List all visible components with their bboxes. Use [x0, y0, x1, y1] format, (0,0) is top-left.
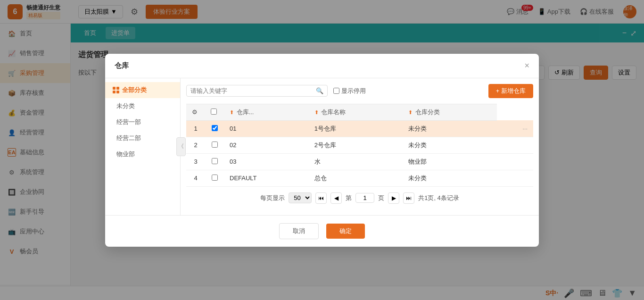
sort-icon-code: ⬆ — [230, 109, 234, 115]
dialog-header: 仓库 × — [105, 54, 539, 78]
th-settings: ⚙ — [186, 104, 205, 120]
td-name: 2号仓库 — [309, 137, 403, 153]
table-toolbar: 🔍 显示停用 + 新增仓库 — [186, 84, 533, 98]
td-category: 物业部 — [403, 153, 497, 170]
collapse-panel-button[interactable]: 《 — [176, 137, 186, 156]
td-name: 总仓 — [309, 170, 403, 186]
search-input[interactable] — [190, 87, 316, 94]
th-name: ⬆ 仓库名称 — [309, 104, 403, 120]
dialog-title: 仓库 — [115, 61, 129, 70]
confirm-button[interactable]: 确定 — [326, 224, 365, 239]
td-checkbox[interactable] — [205, 170, 224, 186]
td-category: 未分类 — [403, 120, 497, 137]
td-category: 未分类 — [403, 137, 497, 153]
td-index: 4 — [186, 170, 205, 186]
td-actions-empty — [497, 153, 533, 170]
page-number-input[interactable] — [355, 193, 374, 203]
td-checkbox[interactable] — [205, 153, 224, 170]
table-row[interactable]: 3 03 水 物业部 — [186, 153, 533, 170]
td-name: 水 — [309, 153, 403, 170]
td-index: 3 — [186, 153, 205, 170]
td-actions-empty — [497, 170, 533, 186]
th-category: ⬆ 仓库分类 — [403, 104, 497, 120]
category-all[interactable]: 全部分类 — [105, 82, 180, 98]
search-input-wrap: 🔍 — [186, 85, 328, 97]
last-page-button[interactable]: ⏭ — [403, 192, 414, 204]
td-checkbox[interactable] — [205, 137, 224, 153]
td-code: 03 — [224, 153, 309, 170]
table-container: ⚙ ⬆ 仓库... ⬆ 仓库名称 — [186, 104, 533, 187]
table-row[interactable]: 1 01 1号仓库 未分类 ··· — [186, 120, 533, 137]
td-code: 02 — [224, 137, 309, 153]
dialog-overlay: 仓库 × 全部分类 未分类 经营一部 经营二部 物业部 《 — [0, 0, 644, 300]
category-panel: 全部分类 未分类 经营一部 经营二部 物业部 《 — [105, 78, 181, 215]
dialog-footer: 取消 确定 — [105, 215, 539, 247]
show-disabled-label[interactable]: 显示停用 — [333, 87, 366, 95]
search-icon[interactable]: 🔍 — [316, 87, 323, 94]
row-checkbox[interactable] — [212, 142, 218, 148]
td-index: 1 — [186, 120, 205, 137]
table-row[interactable]: 4 DEFAULT 总仓 未分类 — [186, 170, 533, 186]
td-checkbox[interactable] — [205, 120, 224, 137]
page-size-select[interactable]: 50 — [289, 192, 312, 203]
total-label: 共1页, 4条记录 — [418, 194, 459, 202]
table-panel: 🔍 显示停用 + 新增仓库 ⚙ — [181, 78, 539, 215]
row-checkbox[interactable] — [212, 125, 218, 131]
th-checkbox — [205, 104, 224, 120]
td-code: DEFAULT — [224, 170, 309, 186]
td-category: 未分类 — [403, 170, 497, 186]
td-index: 2 — [186, 137, 205, 153]
category-item-property[interactable]: 物业部 — [105, 146, 180, 162]
sort-icon-name: ⬆ — [314, 109, 319, 115]
add-warehouse-button[interactable]: + 新增仓库 — [488, 84, 533, 98]
row-checkbox[interactable] — [212, 175, 218, 181]
page-unit: 页 — [378, 194, 384, 202]
category-item-ops1[interactable]: 经营一部 — [105, 114, 180, 130]
cancel-button[interactable]: 取消 — [279, 223, 319, 239]
show-disabled-checkbox[interactable] — [333, 88, 339, 94]
select-all-checkbox[interactable] — [211, 108, 217, 115]
pagination: 每页显示 50 ⏮ ◀ 第 页 ▶ ⏭ 共1页, 4条记录 — [186, 187, 533, 209]
category-item-unclassified[interactable]: 未分类 — [105, 98, 180, 114]
row-checkbox[interactable] — [212, 158, 218, 164]
sort-icon-category: ⬆ — [408, 109, 413, 115]
warehouse-table: ⚙ ⬆ 仓库... ⬆ 仓库名称 — [186, 104, 533, 187]
first-page-button[interactable]: ⏮ — [315, 192, 327, 204]
td-actions[interactable]: ··· — [497, 120, 533, 137]
td-code: 01 — [224, 120, 309, 137]
table-row[interactable]: 2 02 2号仓库 未分类 — [186, 137, 533, 153]
prev-page-button[interactable]: ◀ — [330, 192, 342, 204]
th-code: ⬆ 仓库... — [224, 104, 309, 120]
dialog-close-button[interactable]: × — [524, 61, 529, 70]
warehouse-dialog: 仓库 × 全部分类 未分类 经营一部 经营二部 物业部 《 — [105, 54, 539, 247]
grid-icon — [113, 87, 119, 93]
dialog-body: 全部分类 未分类 经营一部 经营二部 物业部 《 🔍 — [105, 78, 539, 215]
td-actions-empty — [497, 137, 533, 153]
category-item-ops2[interactable]: 经营二部 — [105, 130, 180, 146]
next-page-button[interactable]: ▶ — [388, 192, 399, 204]
td-name: 1号仓库 — [309, 120, 403, 137]
page-label: 第 — [346, 194, 352, 202]
table-header-row: ⚙ ⬆ 仓库... ⬆ 仓库名称 — [186, 104, 533, 120]
